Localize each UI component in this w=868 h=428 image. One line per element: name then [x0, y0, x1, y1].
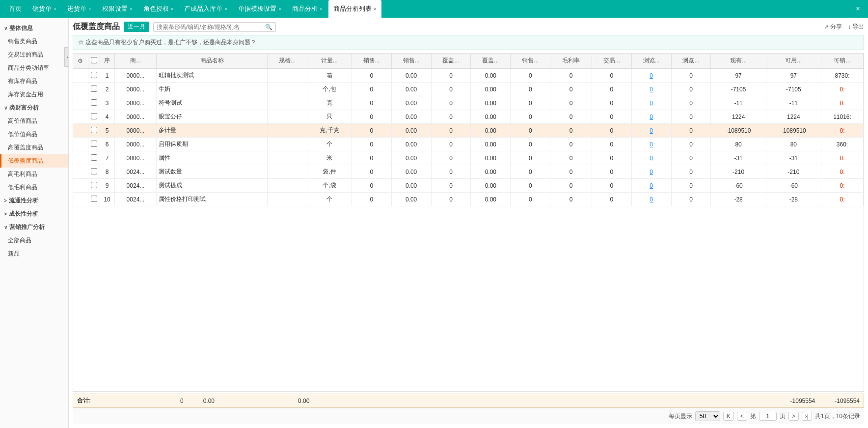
sidebar-item-category-turnover[interactable]: 商品分类动销率: [0, 61, 68, 75]
browse2-column-header[interactable]: 浏览...: [671, 54, 711, 68]
close-icon[interactable]: ×: [54, 6, 56, 12]
row-browse1[interactable]: 0: [631, 179, 671, 193]
sidebar-section-growth[interactable]: > 成长性分析: [0, 207, 68, 221]
sidebar-item-new-products[interactable]: 新品: [0, 247, 68, 260]
row-checkbox[interactable]: [88, 151, 100, 165]
nav-template-settings[interactable]: 单据模板设置 ×: [233, 0, 286, 18]
search-icon[interactable]: 🔍: [265, 24, 272, 30]
sidebar-item-high-margin[interactable]: 高毛利商品: [0, 168, 68, 181]
sellable-column-header[interactable]: 可销...: [821, 54, 863, 68]
row-checkbox[interactable]: [88, 124, 100, 138]
last-page-button[interactable]: ›|: [802, 412, 812, 421]
sidebar-item-low-coverage[interactable]: 低覆盖度商品: [0, 154, 68, 168]
close-icon[interactable]: ×: [374, 6, 377, 12]
row-checkbox[interactable]: [88, 96, 100, 110]
close-icon[interactable]: ×: [320, 6, 323, 12]
row-browse1[interactable]: 0: [631, 96, 671, 110]
row-browse1[interactable]: 0: [631, 83, 671, 96]
cover1-column-header[interactable]: 覆盖...: [431, 54, 471, 68]
close-icon[interactable]: ×: [224, 6, 227, 12]
share-button[interactable]: ↗ 分享: [824, 23, 842, 31]
unit-column-header[interactable]: 计量...: [307, 54, 352, 68]
sidebar-section-liquidity[interactable]: > 流通性分析: [0, 194, 68, 207]
nav-permission-settings[interactable]: 权限设置 ×: [97, 0, 137, 18]
select-all-checkbox[interactable]: [91, 57, 97, 63]
row-settings[interactable]: [73, 165, 88, 179]
sales-qty-column-header[interactable]: 销售...: [352, 54, 391, 68]
row-browse1[interactable]: 0: [631, 151, 671, 165]
period-button[interactable]: 近一月: [124, 22, 149, 32]
close-icon[interactable]: ×: [278, 6, 281, 12]
row-settings[interactable]: [73, 83, 88, 96]
sidebar-section-overall[interactable]: ∨ 整体信息: [0, 22, 68, 35]
page-number-input[interactable]: [759, 412, 777, 421]
row-browse1[interactable]: 0: [631, 193, 671, 206]
next-page-button[interactable]: >: [788, 412, 799, 421]
row-checkbox[interactable]: [88, 83, 100, 96]
settings-column-header[interactable]: ⚙: [73, 54, 88, 68]
nav-role-auth[interactable]: 角色授权 ×: [138, 0, 179, 18]
sidebar-section-wealth[interactable]: ∨ 类财富分析: [0, 101, 68, 114]
export-button[interactable]: ↓ 导出: [848, 23, 864, 31]
row-settings[interactable]: [73, 68, 88, 83]
nav-product-warehouse[interactable]: 产成品入库单 ×: [179, 0, 232, 18]
name-column-header[interactable]: 商品名称: [157, 54, 268, 68]
sidebar-section-marketing[interactable]: ∨ 营销推广分析: [0, 221, 68, 234]
row-settings[interactable]: [73, 193, 88, 206]
row-checkbox[interactable]: [88, 110, 100, 124]
code-column-header[interactable]: 商...: [114, 54, 157, 68]
sidebar-item-all-products[interactable]: 全部商品: [0, 234, 68, 247]
row-browse1[interactable]: 0: [631, 68, 671, 83]
close-icon[interactable]: ×: [88, 6, 91, 12]
sidebar-item-inventory-products[interactable]: 有库存商品: [0, 75, 68, 88]
close-icon[interactable]: ×: [130, 6, 133, 12]
per-page-select[interactable]: 50 20 100: [695, 411, 720, 421]
sidebar-item-high-value[interactable]: 高价值商品: [0, 114, 68, 128]
row-settings[interactable]: [73, 179, 88, 193]
prev-page-button[interactable]: <: [737, 412, 747, 421]
cover2-column-header[interactable]: 覆盖...: [471, 54, 511, 68]
row-checkbox[interactable]: [88, 68, 100, 83]
checkbox-column-header[interactable]: [88, 54, 100, 68]
row-settings[interactable]: [73, 151, 88, 165]
search-input[interactable]: [157, 24, 263, 30]
row-settings[interactable]: [73, 110, 88, 124]
row-checkbox[interactable]: [88, 165, 100, 179]
first-page-button[interactable]: K: [723, 412, 734, 421]
row-checkbox[interactable]: [88, 138, 100, 151]
gross-rate-column-header[interactable]: 毛利率: [550, 54, 592, 68]
nav-home[interactable]: 首页: [4, 0, 27, 18]
browse1-column-header[interactable]: 浏览...: [631, 54, 671, 68]
row-checkbox[interactable]: [88, 193, 100, 206]
sidebar-item-traded-products[interactable]: 交易过的商品: [0, 48, 68, 61]
nav-product-analysis-list[interactable]: 商品分析列表 ×: [328, 0, 381, 18]
available-column-header[interactable]: 可用...: [766, 54, 821, 68]
sidebar-item-low-value[interactable]: 低价值商品: [0, 128, 68, 141]
close-all-tabs-button[interactable]: ×: [852, 2, 864, 15]
nav-sales-order[interactable]: 销货单 ×: [27, 0, 61, 18]
row-settings[interactable]: [73, 124, 88, 138]
sales2-column-header[interactable]: 销售...: [511, 54, 550, 68]
sidebar-item-low-margin[interactable]: 低毛利商品: [0, 181, 68, 194]
totals-bar: 合计: 0 0.00 0.00 -1095554 -1095554: [73, 394, 864, 408]
transaction-column-header[interactable]: 交易...: [592, 54, 631, 68]
data-table-wrapper[interactable]: ⚙ 序 商... 商品名称 规格... 计量... 销售... 销售... 覆盖…: [73, 53, 864, 392]
row-browse1[interactable]: 0: [631, 110, 671, 124]
row-browse1[interactable]: 0: [631, 165, 671, 179]
row-checkbox[interactable]: [88, 179, 100, 193]
row-settings[interactable]: [73, 138, 88, 151]
close-icon[interactable]: ×: [171, 6, 174, 12]
row-browse1[interactable]: 0: [631, 138, 671, 151]
sidebar-item-high-coverage[interactable]: 高覆盖度商品: [0, 141, 68, 154]
sidebar-collapse-button[interactable]: «: [64, 47, 69, 67]
sales-amt-column-header[interactable]: 销售...: [391, 54, 431, 68]
sidebar-item-sales-products[interactable]: 销售类商品: [0, 35, 68, 48]
nav-product-analysis[interactable]: 商品分析 ×: [287, 0, 327, 18]
no-column-header[interactable]: 序: [100, 54, 114, 68]
row-settings[interactable]: [73, 96, 88, 110]
sidebar-item-inventory-capital[interactable]: 库存资金占用: [0, 88, 68, 101]
row-browse1[interactable]: 0: [631, 124, 671, 138]
current-column-header[interactable]: 现有...: [711, 54, 766, 68]
nav-purchase-order[interactable]: 进货单 ×: [62, 0, 96, 18]
spec-column-header[interactable]: 规格...: [268, 54, 307, 68]
